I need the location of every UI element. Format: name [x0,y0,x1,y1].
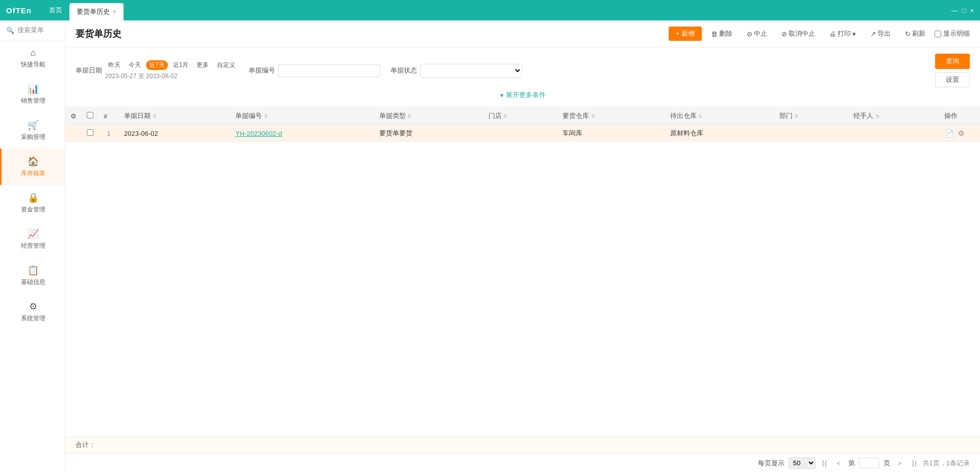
col-reqwarehouse-header[interactable]: 要货仓库 ⇅ [557,107,665,125]
sidebar-item-quick-nav[interactable]: ⌂ 快捷导航 [0,40,65,76]
pagination-prev[interactable]: ＜ [833,458,844,469]
order-number-input[interactable] [278,64,380,77]
pagination-next-last[interactable]: ⟩⟩ [910,458,919,468]
tab-home[interactable]: 首页 [42,0,69,20]
row-reqwarehouse: 车间库 [557,125,665,142]
print-dropdown-icon: ▾ [852,30,856,38]
window-minimize-btn[interactable]: — [951,7,958,14]
status-filter: 单据状态 [390,64,522,78]
export-button[interactable]: ↗ 导出 [865,27,896,41]
row-department [774,125,848,142]
status-label: 单据状态 [390,66,417,75]
sidebar-item-finance[interactable]: 🔒 资金管理 [0,185,65,221]
brand-logo: OfTEn [6,6,32,15]
select-all-checkbox[interactable] [87,112,93,119]
pagination: 每页显示 102050100 ⟨⟨ ＜ 第 1 页 ＞ ⟩⟩ 共1页，1条记录 [65,453,980,473]
pagination-next[interactable]: ＞ [894,458,905,469]
cancel-stop-button[interactable]: ⊘ 取消中止 [776,27,820,41]
stop-icon: ⊘ [747,30,752,38]
row-edit-icon[interactable]: ⚙ [958,129,965,137]
refresh-button[interactable]: ↻ 刷新 [900,27,930,41]
delete-icon: 🗑 [711,30,718,38]
sort-type-icon: ⇅ [407,113,411,119]
order-number-filter: 单据编号 [249,64,380,77]
close-tab-icon[interactable]: × [113,8,116,15]
col-gear[interactable]: ⚙ [65,107,82,125]
date-range-display: 2023-05-27 至 2023-06-02 [105,72,238,81]
shortcut-more[interactable]: 更多 [193,60,212,70]
display-detail-toggle[interactable]: 显示明细 [935,29,970,38]
table-container: ⚙ # 单据日期 ⇅ 单据编号 ⇅ [65,107,980,437]
shortcut-last7days[interactable]: 近7天 [146,60,168,70]
search-icon: 🔍 [6,27,14,34]
sidebar-item-basic-info[interactable]: 📋 基础信息 [0,257,65,294]
stop-button[interactable]: ⊘ 中止 [742,27,772,41]
sort-pendingwarehouse-icon: ⇅ [698,113,702,119]
sidebar-item-purchase[interactable]: 🛒 采购管理 [0,112,65,149]
col-num-header: # [99,107,119,125]
col-type-header[interactable]: 单据类型 ⇅ [374,107,483,125]
row-checkbox[interactable] [82,125,99,142]
filter-bar: 单据日期 昨天 今天 近7天 近1月 更多 自定义 2023-05-27 至 2… [65,48,980,107]
sort-handler-icon: ⇅ [875,113,879,119]
sidebar-item-operations[interactable]: 📈 经营管理 [0,221,65,257]
col-department-header[interactable]: 部门 ⇅ [774,107,848,125]
row-actions: 📄 ⚙ [939,125,980,142]
sidebar-item-system[interactable]: ⚙ 系统管理 [0,294,65,330]
sidebar-item-sales[interactable]: 📊 销售管理 [0,76,65,112]
col-date-header[interactable]: 单据日期 ⇅ [119,107,230,125]
filter-actions: 查询 设置 [935,54,970,87]
sidebar: 🔍 搜索菜单 ⌂ 快捷导航 📊 销售管理 🛒 采购管理 🏠 库存核算 🔒 [0,20,65,473]
window-close-btn[interactable]: × [970,7,974,14]
print-icon: 🖨 [829,30,836,38]
col-store-header[interactable]: 门店 ⇅ [483,107,557,125]
chevron-down-icon: ▾ [500,91,504,99]
expand-more-btn[interactable]: ▾ 展开更多条件 [76,87,970,103]
sort-store-icon: ⇅ [503,113,507,119]
shortcut-yesterday[interactable]: 昨天 [105,60,124,70]
purchase-icon: 🛒 [28,120,39,131]
pagination-prev-first[interactable]: ⟨⟨ [820,458,829,468]
date-shortcuts: 昨天 今天 近7天 近1月 更多 自定义 [105,60,238,70]
row-gear [65,125,82,142]
table-footer: 合计： [65,437,980,453]
row-type: 要货单要货 [374,125,483,142]
col-handler-header[interactable]: 经手人 ⇅ [848,107,939,125]
page-number-input[interactable]: 1 [859,458,879,468]
col-orderno-header[interactable]: 单据编号 ⇅ [230,107,374,125]
print-button[interactable]: 🖨 打印 ▾ [824,27,861,41]
sidebar-search[interactable]: 🔍 搜索菜单 [0,20,65,40]
tab-purchase-history[interactable]: 要货单历史 × [69,3,124,20]
system-icon: ⚙ [29,301,37,312]
cancel-stop-icon: ⊘ [781,30,787,38]
status-select[interactable] [420,64,522,78]
page-header: 要货单历史 + 新增 🗑 删除 ⊘ 中止 ⊘ 取消中止 [65,20,980,48]
shortcut-custom[interactable]: 自定义 [214,60,238,70]
row-view-icon[interactable]: 📄 [945,129,954,137]
toolbar: + 新增 🗑 删除 ⊘ 中止 ⊘ 取消中止 🖨 打 [669,27,970,41]
sort-date-icon: ⇅ [153,113,157,119]
display-detail-checkbox[interactable] [935,31,941,37]
per-page-select[interactable]: 102050100 [789,457,816,469]
sidebar-item-inventory[interactable]: 🏠 库存核算 [0,149,65,185]
basic-info-icon: 📋 [28,265,39,276]
sort-department-icon: ⇅ [794,113,798,119]
date-filter-label: 单据日期 [76,66,102,75]
shortcut-last1month[interactable]: 近1月 [170,60,192,70]
delete-button[interactable]: 🗑 删除 [706,27,738,41]
row-num: 1 [99,125,119,142]
export-icon: ↗ [870,30,876,38]
operations-icon: 📈 [28,228,39,240]
sort-orderno-icon: ⇅ [264,113,268,119]
page-title: 要货单历史 [76,28,669,40]
window-maximize-btn[interactable]: □ [962,7,966,14]
filter-settings-button[interactable]: 设置 [935,72,970,87]
col-actions-header: 操作 [939,107,980,125]
table-row[interactable]: 1 2023-06-02 YH-20230602-d 要货单要货 车间库 原材料… [65,125,980,142]
row-date: 2023-06-02 [119,125,230,142]
new-button[interactable]: + 新增 [669,27,702,41]
col-pendingwarehouse-header[interactable]: 待出仓库 ⇅ [665,107,774,125]
shortcut-today[interactable]: 今天 [126,60,144,70]
query-button[interactable]: 查询 [935,54,970,69]
sales-icon: 📊 [28,83,39,94]
